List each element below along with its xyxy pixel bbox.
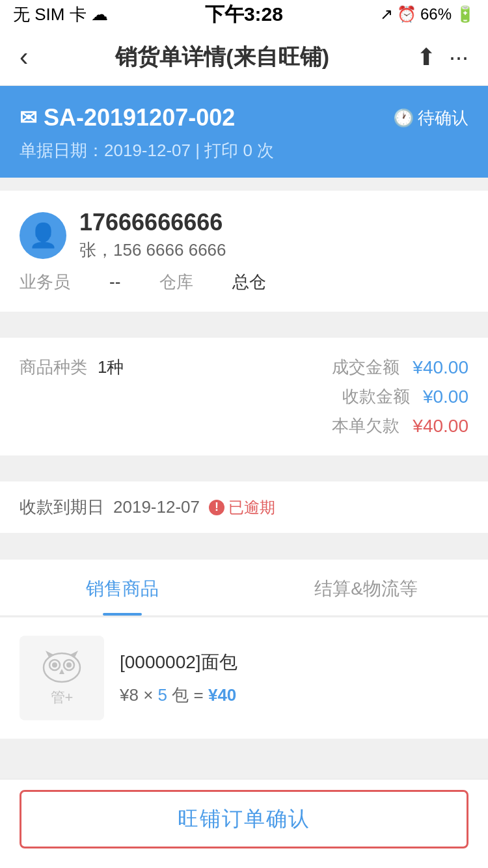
customer-top: 👤 17666666666 张，156 6666 6666 — [20, 209, 468, 262]
warehouse-label: 仓库 — [159, 271, 193, 293]
due-date-value: 2019-12-07 — [113, 497, 200, 517]
customer-card: 👤 17666666666 张，156 6666 6666 业务员 -- 仓库 … — [0, 191, 488, 312]
product-image: 管+ — [20, 636, 104, 720]
more-icon[interactable]: ··· — [449, 44, 468, 71]
product-type-value: 1种 — [98, 356, 124, 379]
svg-point-2 — [52, 662, 57, 668]
nav-bar: ‹ 销货单详情(来自旺铺) ⬆ ··· — [0, 29, 488, 86]
summary-left: 商品种类 1种 — [20, 356, 124, 379]
product-list: 管+ [0000002]面包 ¥8 × 5 包 = ¥40 — [0, 617, 488, 739]
logo-plus-text: 管+ — [51, 688, 74, 707]
customer-name-phone: 张，156 6666 6666 — [79, 239, 226, 262]
order-icon: ✉ — [20, 105, 37, 130]
due-date-section: 收款到期日 2019-12-07 ! 已逾期 — [0, 481, 488, 534]
product-img-placeholder: 管+ — [20, 636, 104, 720]
divider-3 — [0, 534, 488, 547]
overdue-warning-icon: ! — [209, 500, 224, 515]
owed-label: 本单欠款 — [332, 414, 400, 437]
confirm-order-button[interactable]: 旺铺订单确认 — [20, 790, 468, 848]
received-row: 收款金额 ¥0.00 — [342, 385, 468, 408]
product-price: ¥8 — [120, 685, 139, 705]
product-total: ¥40 — [208, 685, 236, 705]
product-details: [0000002]面包 ¥8 × 5 包 = ¥40 — [120, 650, 468, 707]
overdue-badge: ! 已逾期 — [209, 497, 275, 518]
equals-sign: = — [194, 685, 208, 705]
nav-actions: ⬆ ··· — [416, 44, 468, 71]
status-left: 无 SIM 卡 ☁ — [13, 3, 108, 26]
warehouse-value: 总仓 — [232, 271, 266, 293]
overdue-text: 已逾期 — [228, 497, 275, 518]
avatar-icon: 👤 — [29, 222, 58, 249]
status-bar: 无 SIM 卡 ☁ 下午3:28 ↗ ⏰ 66% 🔋 — [0, 0, 488, 29]
status-right: ↗ ⏰ 66% 🔋 — [380, 5, 475, 23]
salesperson-value: -- — [109, 272, 120, 292]
divider-1 — [0, 312, 488, 325]
battery-level: 66% — [420, 5, 452, 23]
back-button[interactable]: ‹ — [20, 42, 28, 72]
owed-row: 本单欠款 ¥40.00 — [332, 414, 468, 437]
avatar: 👤 — [20, 212, 66, 259]
tab-sales-product[interactable]: 销售商品 — [0, 560, 244, 616]
order-id-text: SA-20191207-002 — [44, 104, 235, 131]
summary-section: 商品种类 1种 成交金额 ¥40.00 收款金额 ¥0.00 本单欠款 ¥40.… — [0, 338, 488, 455]
order-header-top: ✉ SA-20191207-002 🕐 待确认 — [20, 104, 468, 131]
alarm-icon: ⏰ — [397, 5, 416, 23]
transaction-label: 成交金额 — [332, 356, 400, 379]
due-date-label: 收款到期日 — [20, 496, 104, 519]
location-icon: ↗ — [380, 5, 393, 23]
transaction-row: 成交金额 ¥40.00 — [332, 356, 468, 379]
customer-phone: 17666666666 — [79, 209, 226, 236]
order-id: ✉ SA-20191207-002 — [20, 104, 235, 131]
product-name: [0000002]面包 — [120, 650, 468, 675]
svg-point-0 — [44, 653, 80, 682]
order-date: 单据日期：2019-12-07 | 打印 0 次 — [20, 139, 468, 162]
tab-settlement-label: 结算&物流等 — [314, 578, 418, 599]
summary-right: 成交金额 ¥40.00 收款金额 ¥0.00 本单欠款 ¥40.00 — [332, 356, 468, 437]
tab-sales-product-label: 销售商品 — [86, 578, 159, 599]
order-status: 🕐 待确认 — [393, 107, 468, 129]
owl-logo-svg — [39, 649, 85, 685]
status-clock-icon: 🕐 — [393, 108, 414, 128]
status-time: 下午3:28 — [205, 1, 283, 28]
sim-status: 无 SIM 卡 ☁ — [13, 3, 108, 26]
svg-marker-5 — [59, 669, 64, 674]
multiply-sign: × — [143, 685, 157, 705]
salesperson-label: 业务员 — [20, 271, 70, 293]
owed-value: ¥40.00 — [413, 416, 468, 437]
received-label: 收款金额 — [342, 385, 410, 408]
received-value: ¥0.00 — [423, 387, 468, 407]
transaction-value: ¥40.00 — [413, 357, 468, 378]
customer-info: 17666666666 张，156 6666 6666 — [79, 209, 226, 262]
product-qty: 5 — [158, 685, 167, 705]
product-formula: ¥8 × 5 包 = ¥40 — [120, 684, 468, 707]
share-icon[interactable]: ⬆ — [416, 44, 436, 71]
bottom-bar: 旺铺订单确认 — [0, 779, 488, 868]
status-text: 待确认 — [418, 107, 468, 129]
product-type-label: 商品种类 — [20, 356, 87, 379]
divider-2 — [0, 455, 488, 468]
customer-extra-info: 业务员 -- 仓库 总仓 — [20, 271, 468, 293]
product-type-row: 商品种类 1种 — [20, 356, 124, 379]
tabs-container: 销售商品 结算&物流等 — [0, 560, 488, 616]
tab-settlement[interactable]: 结算&物流等 — [244, 560, 488, 616]
battery-icon: 🔋 — [455, 5, 475, 23]
order-header: ✉ SA-20191207-002 🕐 待确认 单据日期：2019-12-07 … — [0, 86, 488, 178]
page-title: 销货单详情(来自旺铺) — [115, 42, 329, 72]
product-unit: 包 — [172, 685, 189, 705]
product-item: 管+ [0000002]面包 ¥8 × 5 包 = ¥40 — [0, 617, 488, 739]
svg-point-4 — [66, 662, 72, 668]
